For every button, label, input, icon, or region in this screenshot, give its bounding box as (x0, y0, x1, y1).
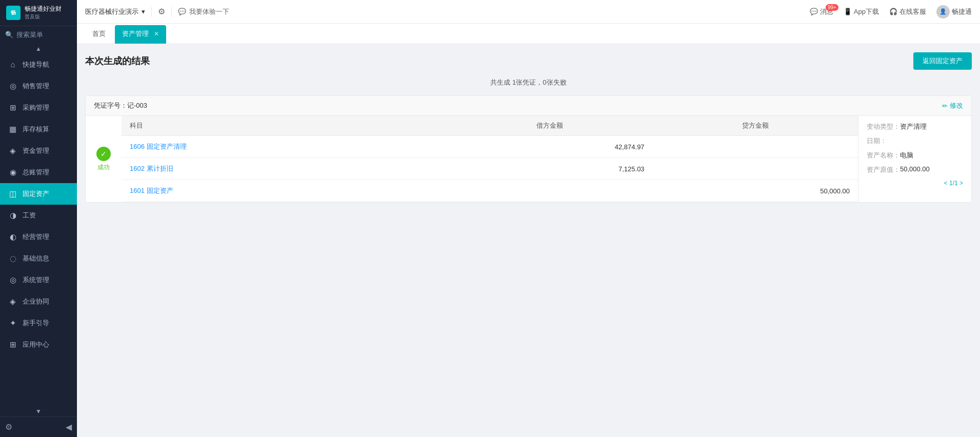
nav-label-operations: 经营管理 (23, 232, 49, 242)
success-text: 成功 (97, 163, 110, 172)
subject-cell[interactable]: 1601 固定资产 (122, 180, 447, 202)
nav-label-ledger: 总账管理 (23, 168, 49, 177)
search-label: 搜索菜单 (16, 30, 43, 39)
company-name: 医疗器械行业演示 (85, 7, 138, 16)
credit-cell (653, 158, 858, 180)
sidebar-item-basic-info[interactable]: ◌基础信息 (0, 248, 77, 269)
sidebar: 畅 畅捷通好业财 普及版 🔍 搜索菜单 ▲ ⌂快捷导航◎销售管理⊞采购管理▦库存… (0, 0, 77, 437)
user-menu[interactable]: 👤 畅捷通 (936, 5, 972, 18)
message-icon: 💬 (810, 8, 818, 15)
sidebar-item-system[interactable]: ◎系统管理 (0, 269, 77, 291)
sidebar-item-enterprise[interactable]: ◈企业协同 (0, 291, 77, 312)
page-info: 1/1 (949, 180, 959, 187)
credit-cell: 50,000.00 (653, 180, 858, 202)
return-button[interactable]: 返回固定资产 (913, 52, 972, 70)
collapse-icon[interactable]: ◀ (66, 422, 72, 432)
nav-icon-enterprise: ◈ (8, 297, 17, 306)
sidebar-item-quick-nav[interactable]: ⌂快捷导航 (0, 54, 77, 75)
nav-label-purchase: 采购管理 (23, 103, 49, 112)
debit-cell (447, 180, 652, 202)
topbar-right: 💬 消息 99+ 📱 App下载 🎧 在线客服 👤 畅捷通 (810, 5, 972, 18)
scroll-up-arrow[interactable]: ▲ (34, 45, 43, 53)
result-summary: 共生成 1张凭证，0张失败 (85, 78, 972, 87)
voucher-header: 凭证字号：记-003 ✏ 修改 (86, 96, 971, 116)
asset-name-row: 资产名称： 电脑 (867, 151, 963, 160)
success-icon: ✓ (96, 147, 111, 161)
credit-cell (653, 136, 858, 158)
voucher-body: ✓ 成功 科目 借方金额 贷方金额 1606 固定资产清 (86, 116, 971, 202)
voucher-number: 凭证字号：记-003 (94, 101, 147, 110)
nav-label-basic-info: 基础信息 (23, 254, 49, 263)
sidebar-item-sales[interactable]: ◎销售管理 (0, 75, 77, 97)
messages-button[interactable]: 💬 消息 99+ (810, 7, 833, 16)
experience-button[interactable]: 💬 我要体验一下 (178, 7, 229, 16)
sidebar-item-finance[interactable]: ◈资金管理 (0, 140, 77, 162)
scroll-down[interactable]: ▼ (0, 406, 77, 416)
topbar-divider-2 (171, 7, 172, 17)
nav-label-payroll: 工资 (23, 211, 36, 220)
user-avatar: 👤 (936, 5, 950, 18)
edit-icon: ✏ (942, 102, 948, 110)
nav-icon-sales: ◎ (8, 82, 17, 91)
nav-label-sales: 销售管理 (23, 82, 49, 91)
topbar-divider-1 (151, 7, 152, 17)
page-content: 本次生成的结果 返回固定资产 共生成 1张凭证，0张失败 凭证字号：记-003 … (77, 44, 980, 437)
settings-icon[interactable]: ⚙ (5, 422, 12, 432)
sidebar-item-app-center[interactable]: ⊞应用中心 (0, 334, 77, 355)
tab-asset-management[interactable]: 资产管理 ✕ (115, 25, 166, 44)
sidebar-item-operations[interactable]: ◐经营管理 (0, 226, 77, 248)
sidebar-footer: ⚙ ◀ (0, 416, 77, 437)
app-download-button[interactable]: 📱 App下载 (844, 7, 879, 16)
date-row: 日期： (867, 136, 963, 146)
result-header: 本次生成的结果 返回固定资产 (85, 52, 972, 70)
next-page[interactable]: > (959, 180, 963, 187)
change-type-value: 资产清理 (900, 122, 927, 131)
nav-icon-app-center: ⊞ (8, 340, 17, 349)
scroll-up[interactable]: ▲ (0, 44, 77, 54)
sidebar-item-inventory[interactable]: ▦库存核算 (0, 118, 77, 140)
nav-icon-purchase: ⊞ (8, 103, 17, 112)
sidebar-item-ledger[interactable]: ◉总账管理 (0, 162, 77, 183)
user-name: 畅捷通 (952, 7, 972, 16)
topbar-settings-icon[interactable]: ⚙ (158, 7, 165, 16)
experience-label: 我要体验一下 (189, 7, 229, 16)
edit-button[interactable]: ✏ 修改 (942, 101, 963, 110)
scroll-down-arrow[interactable]: ▼ (34, 407, 43, 415)
voucher-table: 科目 借方金额 贷方金额 1606 固定资产清理 42,874.97 1602 … (122, 116, 858, 202)
nav-icon-payroll: ◑ (8, 211, 17, 220)
main-content: 医疗器械行业演示 ▾ ⚙ 💬 我要体验一下 💬 消息 99+ 📱 App下载 🎧… (77, 0, 980, 437)
col-debit: 借方金额 (447, 116, 652, 136)
debit-cell: 7,125.03 (447, 158, 652, 180)
tab-close-icon[interactable]: ✕ (154, 30, 159, 37)
prev-page[interactable]: < (944, 180, 948, 187)
page-title: 本次生成的结果 (85, 55, 150, 67)
nav-label-guide: 新手引导 (23, 319, 49, 328)
company-selector[interactable]: 医疗器械行业演示 ▾ (85, 7, 145, 16)
table-row: 1601 固定资产 50,000.00 (122, 180, 858, 202)
nav-label-enterprise: 企业协同 (23, 297, 49, 306)
nav-icon-inventory: ▦ (8, 125, 17, 134)
sidebar-item-fixed-assets[interactable]: ◫固定资产 (0, 183, 77, 205)
nav-icon-system: ◎ (8, 275, 17, 285)
tab-home[interactable]: 首页 (85, 25, 113, 44)
nav-label-finance: 资金管理 (23, 146, 49, 155)
sidebar-item-guide[interactable]: ✦新手引导 (0, 312, 77, 334)
sidebar-item-payroll[interactable]: ◑工资 (0, 205, 77, 226)
nav-label-quick-nav: 快捷导航 (23, 60, 49, 69)
nav-icon-finance: ◈ (8, 146, 17, 155)
online-service-button[interactable]: 🎧 在线客服 (889, 7, 926, 16)
original-value-row: 资产原值： 50,000.00 (867, 165, 963, 174)
change-type-label: 变动类型： (867, 122, 900, 131)
nav-icon-ledger: ◉ (8, 168, 17, 177)
subject-cell[interactable]: 1602 累计折旧 (122, 158, 447, 180)
col-credit: 贷方金额 (653, 116, 858, 136)
sidebar-nav: ⌂快捷导航◎销售管理⊞采购管理▦库存核算◈资金管理◉总账管理◫固定资产◑工资◐经… (0, 54, 77, 406)
original-value-value: 50,000.00 (900, 165, 930, 174)
date-label: 日期： (867, 136, 900, 146)
voucher-card: 凭证字号：记-003 ✏ 修改 ✓ 成功 科目 (85, 95, 972, 203)
sidebar-search[interactable]: 🔍 搜索菜单 (0, 26, 77, 44)
subject-cell[interactable]: 1606 固定资产清理 (122, 136, 447, 158)
sidebar-item-purchase[interactable]: ⊞采购管理 (0, 97, 77, 118)
nav-label-fixed-assets: 固定资产 (23, 189, 49, 198)
nav-label-app-center: 应用中心 (23, 340, 49, 349)
